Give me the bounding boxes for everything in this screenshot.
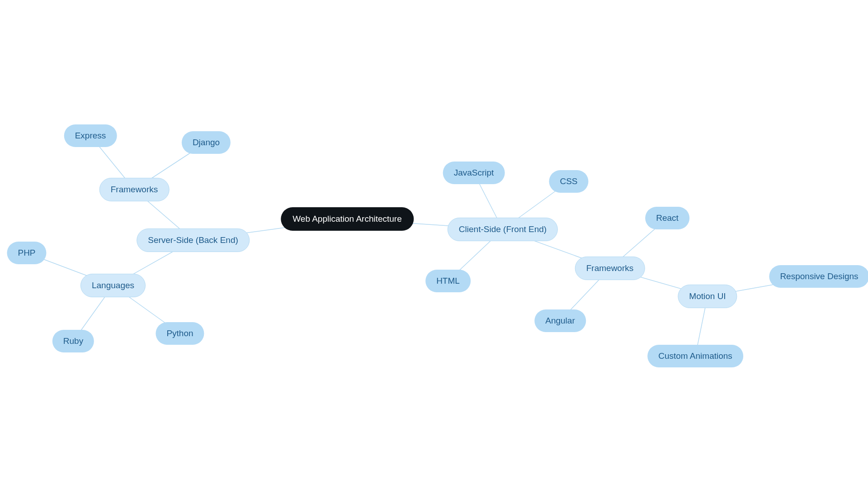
node-custom-animations[interactable]: Custom Animations: [647, 345, 743, 367]
node-react[interactable]: React: [645, 207, 689, 229]
node-server-frameworks[interactable]: Frameworks: [99, 178, 170, 201]
node-client-side[interactable]: Client-Side (Front End): [448, 218, 558, 241]
node-server-side[interactable]: Server-Side (Back End): [137, 228, 250, 252]
node-responsive-designs[interactable]: Responsive Designs: [769, 265, 868, 288]
node-css[interactable]: CSS: [549, 170, 588, 193]
node-server-languages[interactable]: Languages: [80, 274, 146, 297]
node-root[interactable]: Web Application Architecture: [281, 207, 414, 231]
node-ruby[interactable]: Ruby: [52, 330, 94, 352]
edge-layer: [0, 0, 868, 490]
node-html[interactable]: HTML: [425, 270, 471, 292]
node-javascript[interactable]: JavaScript: [443, 162, 505, 184]
node-motion-ui[interactable]: Motion UI: [678, 285, 737, 308]
node-php[interactable]: PHP: [7, 242, 46, 264]
node-client-frameworks[interactable]: Frameworks: [575, 257, 645, 280]
node-angular[interactable]: Angular: [534, 309, 586, 332]
node-python[interactable]: Python: [156, 322, 204, 345]
node-django[interactable]: Django: [182, 131, 231, 154]
node-express[interactable]: Express: [64, 124, 117, 147]
